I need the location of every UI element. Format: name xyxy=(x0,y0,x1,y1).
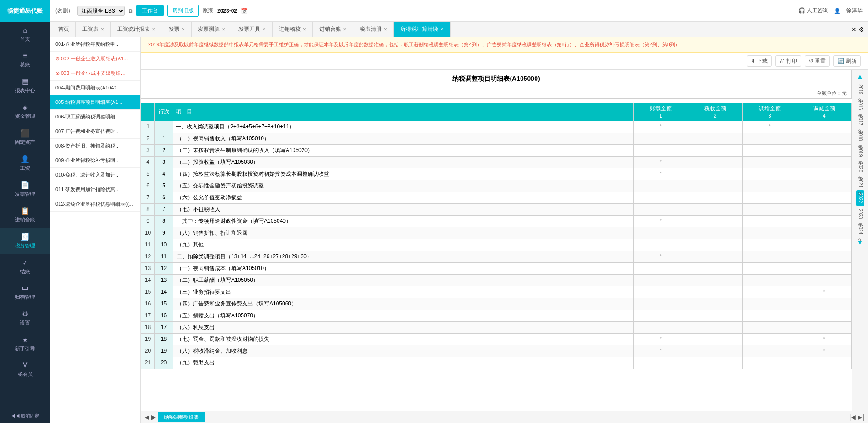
cell-c4[interactable] xyxy=(797,144,852,156)
tab-payroll[interactable]: 工资表 ✕ xyxy=(76,22,111,37)
year-nav-down[interactable]: ▼ xyxy=(856,238,864,247)
left-panel-item-011[interactable]: 011-研发费用加计扣除优惠... xyxy=(50,182,140,197)
year-nav-up[interactable]: ▲ xyxy=(856,72,864,81)
reset-button[interactable]: ↺ 重置 xyxy=(805,55,830,67)
download-button[interactable]: ⬇ 下载 xyxy=(747,55,772,67)
year-item-2021[interactable]: 2021年 xyxy=(856,175,864,190)
cell-c1[interactable] xyxy=(634,192,688,203)
tab-close-payroll-stats[interactable]: ✕ xyxy=(152,27,155,32)
left-panel-item-006[interactable]: 006-职工薪酬纳税调整明细... xyxy=(50,110,140,124)
cell-c4[interactable]: * xyxy=(797,286,852,298)
cell-c3[interactable] xyxy=(743,133,797,144)
cell-c3[interactable] xyxy=(743,192,797,203)
cell-c1[interactable] xyxy=(634,144,688,156)
cell-c4[interactable] xyxy=(797,133,852,144)
sidebar-item-report[interactable]: ▤报表中心 xyxy=(0,73,50,98)
cell-c2[interactable] xyxy=(688,203,743,215)
left-panel-item-008[interactable]: 008-资产折旧、摊销及纳税... xyxy=(50,139,140,153)
cell-c1[interactable] xyxy=(634,298,688,310)
table-wrapper[interactable]: 纳税调整项目明细表(A105000) 金额单位：元 行次 xyxy=(141,70,852,411)
left-panel-item-002[interactable]: ⊗ 002-一般企业收入明细表(A1... xyxy=(50,52,140,66)
cell-c1[interactable]: * xyxy=(634,333,688,345)
left-panel-item-012[interactable]: 012-减免企业所得税优惠明细表((... xyxy=(50,197,140,212)
cell-c3[interactable] xyxy=(743,215,797,227)
tab-close-input-check[interactable]: ✕ xyxy=(303,27,306,32)
year-item-2022[interactable]: 2022年 xyxy=(856,190,864,206)
cell-c3[interactable] xyxy=(743,227,797,239)
cell-c4[interactable] xyxy=(797,168,852,180)
tab-input-ledger[interactable]: 进销台账 ✕ xyxy=(313,22,353,37)
sidebar-item-new-guide[interactable]: ★新手引导 xyxy=(0,331,50,357)
tab-invoice-open[interactable]: 发票开具 ✕ xyxy=(232,22,273,37)
cell-c3[interactable] xyxy=(743,168,797,180)
cell-c2[interactable] xyxy=(688,333,743,345)
cell-c1[interactable] xyxy=(634,227,688,239)
cell-c1[interactable] xyxy=(634,133,688,144)
cell-c1[interactable] xyxy=(634,180,688,192)
tab-close-invoice-calc[interactable]: ✕ xyxy=(222,27,225,32)
cell-c2[interactable] xyxy=(688,121,743,133)
cell-c3[interactable] xyxy=(743,310,797,321)
cell-c4[interactable] xyxy=(797,251,852,262)
cell-c3[interactable] xyxy=(743,239,797,251)
sidebar-item-closing[interactable]: ✓结账 xyxy=(0,254,50,280)
tab-payroll-stats[interactable]: 工资统计报表 ✕ xyxy=(111,22,162,37)
cell-c4[interactable] xyxy=(797,203,852,215)
cell-c1[interactable] xyxy=(634,357,688,369)
tab-income-tax[interactable]: 所得税汇算清缴 ✕ xyxy=(394,22,451,37)
sheet-nav-right[interactable]: ▶ xyxy=(151,413,156,421)
sidebar-item-asset-mgmt[interactable]: ◈资金管理 xyxy=(0,98,50,124)
tab-input-check[interactable]: 进销稽核 ✕ xyxy=(273,22,313,37)
cell-c3[interactable] xyxy=(743,321,797,333)
copy-icon[interactable]: ⧉ xyxy=(129,8,133,14)
tab-close-tax-clear[interactable]: ✕ xyxy=(383,27,387,32)
cell-c1[interactable] xyxy=(634,321,688,333)
year-item-2016[interactable]: 2016年 xyxy=(856,97,864,113)
cell-c3[interactable] xyxy=(743,144,797,156)
tab-close-input-ledger[interactable]: ✕ xyxy=(343,27,347,32)
cell-c4[interactable] xyxy=(797,156,852,168)
cell-c3[interactable] xyxy=(743,286,797,298)
cell-c4[interactable] xyxy=(797,262,852,274)
cell-c2[interactable] xyxy=(688,298,743,310)
cell-c3[interactable] xyxy=(743,357,797,369)
sheet-tab-纳税调整明细表[interactable]: 纳税调整明细表 xyxy=(158,412,205,422)
year-item-2018[interactable]: 2018年 xyxy=(856,128,864,143)
left-panel-item-001[interactable]: 001-企业所得税年度纳税申... xyxy=(50,37,140,52)
cell-c2[interactable] xyxy=(688,144,743,156)
cell-c4[interactable]: * xyxy=(797,333,852,345)
year-item-2015[interactable]: 2015年 xyxy=(856,82,864,97)
cell-c4[interactable] xyxy=(797,321,852,333)
sidebar-item-payroll[interactable]: 👤工资 xyxy=(0,150,50,176)
sidebar-item-input-ledger[interactable]: 📋进销台账 xyxy=(0,202,50,228)
tabs-settings-icon[interactable]: ⚙ xyxy=(858,26,864,33)
unpin-button[interactable]: ◀◀ 取消固定 xyxy=(0,409,50,423)
cell-c4[interactable] xyxy=(797,310,852,321)
close-all-button[interactable]: ✕ xyxy=(851,26,857,33)
tab-close-payroll[interactable]: ✕ xyxy=(100,27,104,32)
workbench-button[interactable]: 工作台 xyxy=(136,5,164,16)
cell-c1[interactable]: * xyxy=(634,345,688,357)
cell-c4[interactable] xyxy=(797,180,852,192)
cell-c2[interactable] xyxy=(688,345,743,357)
cell-c4[interactable] xyxy=(797,239,852,251)
year-item-2019[interactable]: 2019年 xyxy=(856,144,864,159)
cell-c2[interactable] xyxy=(688,357,743,369)
tab-invoice[interactable]: 发票 ✕ xyxy=(162,22,192,37)
cell-c2[interactable] xyxy=(688,310,743,321)
sidebar-item-tax-mgmt[interactable]: 🧾税务管理 xyxy=(0,228,50,254)
cell-c3[interactable] xyxy=(743,274,797,286)
cell-c2[interactable] xyxy=(688,133,743,144)
cell-c2[interactable] xyxy=(688,251,743,262)
tab-invoice-calc[interactable]: 发票测算 ✕ xyxy=(192,22,232,37)
tab-tax-clear[interactable]: 税表清册 ✕ xyxy=(353,22,394,37)
sheet-nav-left[interactable]: ◀ xyxy=(144,413,149,421)
sidebar-item-ledger[interactable]: ≡总账 xyxy=(0,47,50,73)
sidebar-item-settings[interactable]: ⚙设置 xyxy=(0,305,50,331)
cell-c3[interactable]: * xyxy=(743,121,797,133)
cell-c3[interactable] xyxy=(743,180,797,192)
cell-c4[interactable] xyxy=(797,298,852,310)
print-button[interactable]: 🖨 打印 xyxy=(775,55,801,67)
cell-c1[interactable] xyxy=(634,239,688,251)
cell-c2[interactable] xyxy=(688,262,743,274)
